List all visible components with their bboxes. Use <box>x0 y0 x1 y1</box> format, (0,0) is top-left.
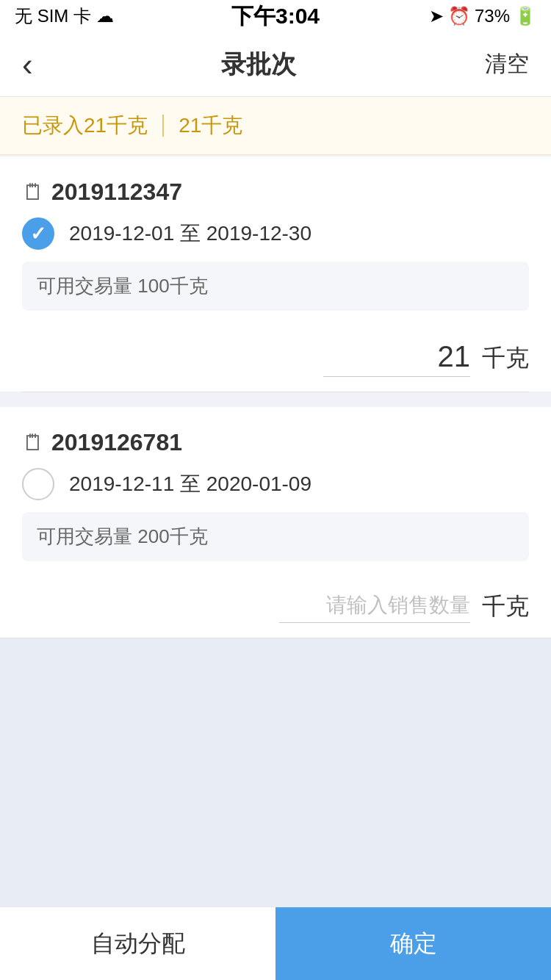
location-icon: ➤ <box>429 6 444 26</box>
auto-distribute-button[interactable]: 自动分配 <box>0 907 276 980</box>
batch1-id: 2019112347 <box>51 179 182 206</box>
batch1-header: 🗒 2019112347 <box>22 179 529 206</box>
batch-card-1: 🗒 2019112347 2019-12-01 至 2019-12-30 可用交… <box>0 156 551 325</box>
batch1-available: 可用交易量 100千克 <box>22 262 529 311</box>
battery-icon: 🔋 <box>514 6 536 26</box>
batch2-input-placeholder[interactable]: 请输入销售数量 <box>326 591 470 619</box>
batch1-radio[interactable] <box>22 217 54 250</box>
back-button[interactable]: ‹ <box>22 48 33 81</box>
batch1-date-row: 2019-12-01 至 2019-12-30 <box>22 217 529 250</box>
bottom-bar: 自动分配 确定 <box>0 907 551 980</box>
batch1-unit: 千克 <box>482 342 529 375</box>
clear-button[interactable]: 清空 <box>485 49 529 79</box>
batch2-input-row: 请输入销售数量 千克 <box>0 576 551 638</box>
main-content: 🗒 2019112347 2019-12-01 至 2019-12-30 可用交… <box>0 155 551 965</box>
batch1-icon: 🗒 <box>22 180 44 205</box>
status-bar: 无 SIM 卡 ☁ 下午3:04 ➤ ⏰ 73% 🔋 <box>0 0 551 32</box>
status-right: ➤ ⏰ 73% 🔋 <box>429 6 536 26</box>
batch2-radio[interactable] <box>22 468 54 500</box>
status-left: 无 SIM 卡 ☁ <box>15 4 114 28</box>
page-title: 录批次 <box>221 48 296 82</box>
batch1-date: 2019-12-01 至 2019-12-30 <box>69 220 311 248</box>
batch1-quantity-value[interactable]: 21 <box>438 340 471 373</box>
batch2-icon: 🗒 <box>22 430 44 455</box>
info-banner: 已录入21千克 21千克 <box>0 97 551 155</box>
batch1-quantity-underline: 21 <box>323 340 470 377</box>
batch2-date: 2019-12-11 至 2020-01-09 <box>69 470 311 498</box>
batch-card-2: 🗒 2019126781 2019-12-11 至 2020-01-09 可用交… <box>0 407 551 576</box>
confirm-button[interactable]: 确定 <box>276 907 551 980</box>
status-time: 下午3:04 <box>231 1 320 32</box>
batch2-date-row: 2019-12-11 至 2020-01-09 <box>22 468 529 500</box>
batch2-header: 🗒 2019126781 <box>22 429 529 456</box>
recorded-amount: 已录入21千克 <box>22 112 148 140</box>
info-divider <box>162 115 164 137</box>
nav-bar: ‹ 录批次 清空 <box>0 32 551 97</box>
amount-value: 21千克 <box>179 112 242 140</box>
batch2-input-underline: 请输入销售数量 <box>279 591 470 623</box>
separator-1 <box>22 392 529 392</box>
no-sim-text: 无 SIM 卡 ☁ <box>15 4 114 28</box>
batch2-available: 可用交易量 200千克 <box>22 512 529 561</box>
batch2-unit: 千克 <box>482 591 529 623</box>
batch1-quantity-row: 21 千克 <box>0 325 551 392</box>
batch2-id: 2019126781 <box>51 429 182 456</box>
battery-text: 73% <box>475 6 510 26</box>
alarm-icon: ⏰ <box>448 6 470 26</box>
